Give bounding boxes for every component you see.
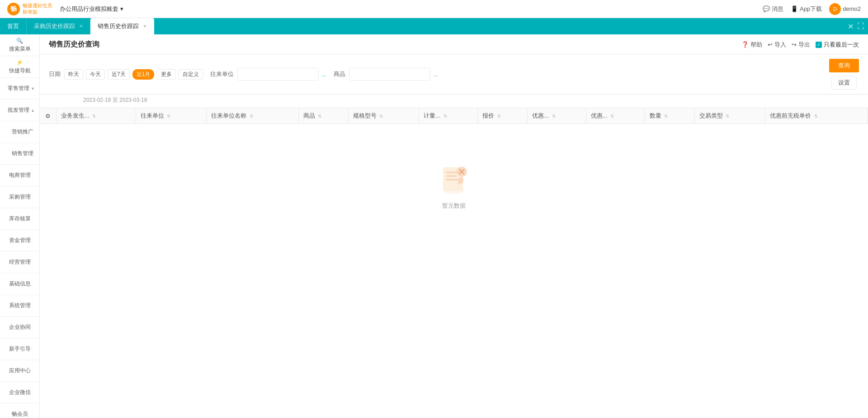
- sort-arrows-price: ⇅: [497, 114, 501, 119]
- search-icon: 🔍: [16, 38, 23, 44]
- sidebar-item-marketing[interactable]: 营销推广: [0, 121, 39, 143]
- user-avatar[interactable]: D demo2: [829, 3, 861, 15]
- goods-input[interactable]: [349, 68, 430, 81]
- sort-arrows-unit: ⇅: [443, 114, 447, 119]
- export-button[interactable]: ↪ 导出: [792, 41, 810, 49]
- tab-sales-history[interactable]: 销售历史价跟踪 ×: [90, 18, 154, 34]
- sort-arrows-quantity: ⇅: [664, 114, 668, 119]
- sort-arrows-discount2: ⇅: [610, 114, 614, 119]
- tab-bar: 首页 采购历史价跟踪 × 销售历史价跟踪 × ✕ ⛶: [0, 18, 868, 34]
- sidebar-item-basic[interactable]: 基础信息: [0, 273, 39, 295]
- date-btn-more[interactable]: 更多: [157, 69, 176, 80]
- page-actions: ❓ 帮助 ↩ 导入 ↪ 导出 ✓ 只看最后一次: [741, 41, 859, 49]
- wholesale-arrow-icon: ▴: [32, 108, 34, 113]
- date-btn-last7[interactable]: 近7天: [108, 69, 130, 80]
- table-col-price[interactable]: 报价 ⇅: [478, 108, 528, 124]
- app-download-button[interactable]: 📱 App下载: [791, 5, 822, 13]
- checkbox-checked-icon: ✓: [816, 42, 822, 48]
- empty-state: 暂元数据: [40, 124, 868, 246]
- chevron-down-icon: ▾: [120, 5, 123, 12]
- table-col-trade-type[interactable]: 交易类型 ⇅: [694, 108, 765, 124]
- sort-arrows-pre-tax-price: ⇅: [814, 114, 818, 119]
- message-icon: 💬: [763, 5, 770, 12]
- date-btn-today[interactable]: 今天: [86, 69, 105, 80]
- goods-filter-group: 商品 ...: [334, 68, 438, 81]
- sidebar-item-operations[interactable]: 经营管理: [0, 252, 39, 273]
- page-title-row: 销售历史价查询 ❓ 帮助 ↩ 导入 ↪ 导出 ✓: [49, 40, 859, 49]
- table-col-partner-name[interactable]: 往来单位名称 ⇅: [207, 108, 298, 124]
- partner-ellipsis-btn[interactable]: ...: [321, 71, 326, 78]
- import-button[interactable]: ↩ 导入: [768, 41, 786, 49]
- sort-arrows-goods: ⇅: [318, 114, 321, 119]
- sidebar-item-purchase[interactable]: 采购管理: [0, 186, 39, 208]
- logo-area: 畅 畅捷通好生意 标准版: [7, 3, 52, 15]
- sidebar-item-enterprise[interactable]: 企业协同: [0, 317, 39, 338]
- maximize-icon[interactable]: ⛶: [857, 22, 864, 30]
- sort-arrows-discount1: ⇅: [552, 114, 556, 119]
- sidebar-item-guide[interactable]: 新手引导: [0, 338, 39, 360]
- sidebar-item-member[interactable]: 畅会员: [0, 404, 39, 418]
- sidebar-item-system[interactable]: 系统管理: [0, 295, 39, 317]
- import-icon: ↩: [768, 41, 773, 48]
- message-button[interactable]: 💬 消息: [763, 5, 783, 13]
- sidebar-item-sales-mgmt[interactable]: 销售管理: [0, 143, 39, 165]
- shortcuts-icon: ⚡: [16, 59, 23, 66]
- data-table: ⚙ 业务发生... ⇅ 往来单位 ⇅ 往来单位名称 ⇅: [40, 108, 868, 124]
- svg-rect-4: [446, 179, 458, 180]
- table-col-biz-date[interactable]: 业务发生... ⇅: [56, 108, 136, 124]
- empty-state-text: 暂元数据: [442, 202, 466, 210]
- sidebar-item-retail[interactable]: 零售管理 ▾: [0, 78, 39, 100]
- logo-icon: 畅: [7, 3, 20, 15]
- table-header-row: ⚙ 业务发生... ⇅ 往来单位 ⇅ 往来单位名称 ⇅: [40, 108, 868, 124]
- query-button[interactable]: 查询: [829, 59, 859, 72]
- table-col-gear[interactable]: ⚙: [40, 108, 56, 124]
- filter-settings-button[interactable]: 设置: [831, 76, 857, 90]
- partner-input[interactable]: [237, 68, 319, 81]
- page-header: 销售历史价查询 ❓ 帮助 ↩ 导入 ↪ 导出 ✓: [40, 34, 868, 54]
- table-col-unit[interactable]: 计量... ⇅: [419, 108, 478, 124]
- content-area: 销售历史价查询 ❓ 帮助 ↩ 导入 ↪ 导出 ✓: [40, 34, 868, 418]
- tab-bar-actions: ✕ ⛶: [848, 18, 868, 34]
- goods-ellipsis-btn[interactable]: ...: [433, 71, 438, 78]
- top-bar: 畅 畅捷通好生意 标准版 办公用品行业模拟账套 ▾ 💬 消息 📱 App下载 D…: [0, 0, 868, 18]
- table-col-pre-tax-price[interactable]: 优惠前无税单价 ⇅: [765, 108, 868, 124]
- table-col-spec[interactable]: 规格型号 ⇅: [348, 108, 419, 124]
- table-col-quantity[interactable]: 数量 ⇅: [645, 108, 694, 124]
- date-filters: 昨天 今天 近7天 近1月 更多 自定义: [64, 69, 203, 80]
- help-icon: ❓: [741, 41, 749, 48]
- main-layout: 🔍 搜索菜单 ⚡ 快捷导航 零售管理 ▾ 批发管理 ▴ 营销推广 销售管理 电商…: [0, 34, 868, 418]
- close-tab-purchase[interactable]: ×: [80, 23, 83, 29]
- table-col-partner-code[interactable]: 往来单位 ⇅: [136, 108, 207, 124]
- app-selector[interactable]: 办公用品行业模拟账套 ▾: [56, 3, 127, 15]
- sidebar-item-search[interactable]: 🔍 搜索菜单: [0, 34, 39, 56]
- top-bar-right: 💬 消息 📱 App下载 D demo2: [763, 3, 861, 15]
- date-btn-custom[interactable]: 自定义: [179, 69, 203, 80]
- date-btn-last1m[interactable]: 近1月: [132, 69, 155, 80]
- sidebar: 🔍 搜索菜单 ⚡ 快捷导航 零售管理 ▾ 批发管理 ▴ 营销推广 销售管理 电商…: [0, 34, 40, 418]
- sidebar-item-finance[interactable]: 资金管理: [0, 230, 39, 252]
- tab-purchase-history[interactable]: 采购历史价跟踪 ×: [27, 18, 90, 34]
- sidebar-item-inventory[interactable]: 库存核算: [0, 208, 39, 230]
- sort-arrows-biz-date: ⇅: [92, 114, 96, 119]
- sidebar-item-wechat[interactable]: 企业微信: [0, 382, 39, 404]
- help-button[interactable]: ❓ 帮助: [741, 41, 762, 49]
- table-col-goods[interactable]: 商品 ⇅: [298, 108, 348, 124]
- sidebar-item-ecommerce[interactable]: 电商管理: [0, 165, 39, 186]
- table-col-discount2[interactable]: 优惠... ⇅: [586, 108, 645, 124]
- sidebar-item-apps[interactable]: 应用中心: [0, 360, 39, 382]
- table-col-discount1[interactable]: 优惠... ⇅: [528, 108, 586, 124]
- goods-filter-input: ...: [349, 68, 438, 81]
- only-last-checkbox-label[interactable]: ✓ 只看最后一次: [816, 41, 859, 49]
- download-icon: 📱: [791, 5, 798, 12]
- sort-arrows-trade-type: ⇅: [726, 114, 729, 119]
- date-btn-yesterday[interactable]: 昨天: [64, 69, 83, 80]
- table-container: ⚙ 业务发生... ⇅ 往来单位 ⇅ 往来单位名称 ⇅: [40, 108, 868, 418]
- close-all-tabs-icon[interactable]: ✕: [848, 22, 854, 31]
- partner-filter-group: 往来单位 ...: [210, 68, 326, 81]
- svg-rect-3: [446, 176, 457, 177]
- sidebar-item-shortcuts[interactable]: ⚡ 快捷导航: [0, 56, 39, 78]
- close-tab-sales[interactable]: ×: [143, 23, 146, 29]
- empty-state-icon: [436, 160, 472, 196]
- tab-home[interactable]: 首页: [0, 18, 27, 34]
- sidebar-item-wholesale[interactable]: 批发管理 ▴: [0, 100, 39, 121]
